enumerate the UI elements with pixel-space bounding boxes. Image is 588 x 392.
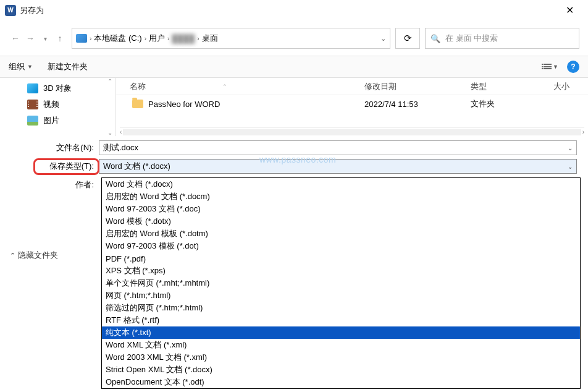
chevron-right-icon: ›	[90, 35, 91, 42]
filetype-option[interactable]: 筛选过的网页 (*.htm;*.html)	[102, 302, 580, 314]
chevron-right-icon: ›	[145, 35, 146, 42]
file-list-header: 名称⌃ 修改日期 类型 大小	[116, 78, 588, 95]
sidebar-item-3d[interactable]: 3D 对象	[0, 80, 116, 96]
forward-button[interactable]: →	[23, 32, 37, 45]
filetype-option[interactable]: 启用宏的 Word 模板 (*.dotm)	[102, 228, 580, 240]
file-name: PassNeo for WORD	[148, 100, 364, 109]
close-button[interactable]: ✕	[556, 2, 583, 19]
filetype-label: 保存类型(T):	[11, 161, 94, 172]
filetype-option[interactable]: Strict Open XML 文档 (*.docx)	[102, 364, 580, 376]
word-icon: W	[5, 5, 16, 16]
chevron-right-icon: ›	[197, 35, 199, 42]
filetype-option[interactable]: RTF 格式 (*.rtf)	[102, 314, 580, 326]
pc-icon	[76, 34, 87, 43]
filetype-option[interactable]: PDF (*.pdf)	[102, 252, 580, 265]
filetype-value: Word 文档 (*.docx)	[103, 161, 170, 172]
filetype-option[interactable]: Word 97-2003 模板 (*.dot)	[102, 240, 580, 252]
chevron-right-icon: ›	[167, 35, 169, 42]
filetype-option[interactable]: Word 2003 XML 文档 (*.xml)	[102, 351, 580, 364]
sidebar-item-pictures[interactable]: 图片	[0, 113, 116, 129]
file-list: 名称⌃ 修改日期 类型 大小 PassNeo for WORD 2022/7/4…	[116, 78, 588, 136]
sidebar-scrollbar[interactable]: ⌃⌄	[106, 78, 114, 136]
chevron-down-icon: ▼	[553, 64, 558, 70]
crumb-drive[interactable]: 本地磁盘 (C:)	[94, 33, 141, 44]
folder-icon	[132, 100, 143, 108]
filetype-option[interactable]: Word 97-2003 文档 (*.doc)	[102, 203, 580, 215]
view-button[interactable]: ▼	[542, 64, 558, 70]
titlebar: W 另存为 ✕	[0, 0, 588, 21]
filetype-dropdown[interactable]: Word 文档 (*.docx)启用宏的 Word 文档 (*.docm)Wor…	[101, 177, 581, 389]
sort-indicator: ⌃	[222, 83, 227, 90]
breadcrumb-dropdown[interactable]: ⌄	[380, 35, 386, 43]
filetype-option[interactable]: Word XML 文档 (*.xml)	[102, 339, 580, 351]
filetype-option[interactable]: XPS 文档 (*.xps)	[102, 265, 580, 277]
column-size[interactable]: 大小	[553, 81, 588, 92]
filetype-option[interactable]: 纯文本 (*.txt)	[102, 326, 580, 339]
crumb-users[interactable]: 用户	[149, 33, 165, 44]
help-button[interactable]: ?	[567, 61, 579, 73]
toolbar: 组织 ▼ 新建文件夹 ▼ ?	[0, 56, 588, 78]
file-type: 文件夹	[471, 98, 553, 109]
search-icon: 🔍	[430, 34, 440, 43]
chevron-down-icon: ▼	[27, 64, 33, 70]
author-label: 作者:	[11, 179, 94, 190]
navbar: ← → ▾ ↑ › 本地磁盘 (C:) › 用户 › ████ › 桌面 ⌄ ⟳…	[9, 26, 579, 51]
filetype-option[interactable]: OpenDocument 文本 (*.odt)	[102, 376, 580, 388]
search-input[interactable]: 🔍 在 桌面 中搜索	[425, 28, 579, 49]
column-type[interactable]: 类型	[471, 81, 553, 92]
content-area: 3D 对象 视频 图片 ⌃⌄ 名称⌃ 修改日期 类型 大小 PassNeo fo…	[0, 78, 588, 136]
hide-folders-label: 隐藏文件夹	[18, 250, 58, 261]
sidebar-item-label: 视频	[43, 99, 59, 110]
organize-button[interactable]: 组织 ▼	[9, 61, 33, 72]
hide-folders-toggle[interactable]: ⌃ 隐藏文件夹	[10, 250, 58, 261]
chevron-down-icon: ⌃	[10, 252, 15, 260]
filetype-option[interactable]: Word 模板 (*.dotx)	[102, 215, 580, 228]
breadcrumb[interactable]: › 本地磁盘 (C:) › 用户 › ████ › 桌面 ⌄	[72, 28, 390, 49]
file-date: 2022/7/4 11:53	[364, 100, 471, 109]
chevron-down-icon[interactable]: ⌄	[568, 145, 573, 151]
back-button[interactable]: ←	[9, 32, 22, 45]
search-placeholder: 在 桌面 中搜索	[445, 33, 498, 44]
recent-dropdown[interactable]: ▾	[38, 32, 52, 45]
horizontal-scrollbar[interactable]: ‹›	[120, 127, 584, 136]
filetype-option[interactable]: 启用宏的 Word 文档 (*.docm)	[102, 190, 580, 203]
video-icon	[27, 100, 38, 109]
column-date[interactable]: 修改日期	[364, 81, 471, 92]
filetype-option[interactable]: Word 文档 (*.docx)	[102, 178, 580, 190]
column-name[interactable]: 名称⌃	[116, 81, 364, 92]
filetype-option[interactable]: 单个文件网页 (*.mht;*.mhtml)	[102, 277, 580, 289]
refresh-button[interactable]: ⟳	[395, 28, 420, 49]
crumb-desktop[interactable]: 桌面	[202, 33, 218, 44]
filetype-combo[interactable]: Word 文档 (*.docx) ⌄	[99, 159, 577, 174]
sidebar-item-label: 图片	[43, 115, 59, 126]
filename-input[interactable]: 测试.docx ⌄	[99, 140, 577, 155]
organize-label: 组织	[9, 61, 25, 72]
new-folder-button[interactable]: 新建文件夹	[48, 61, 88, 72]
sidebar: 3D 对象 视频 图片 ⌃⌄	[0, 78, 116, 136]
nav-arrows: ← → ▾ ↑	[9, 32, 67, 45]
filename-value: 测试.docx	[103, 142, 138, 153]
picture-icon	[27, 116, 38, 126]
window-title: 另存为	[20, 5, 556, 16]
crumb-hidden[interactable]: ████	[172, 34, 195, 43]
3d-icon	[27, 83, 38, 93]
chevron-down-icon[interactable]: ⌄	[568, 163, 573, 170]
sidebar-item-label: 3D 对象	[43, 83, 72, 94]
up-button[interactable]: ↑	[53, 32, 67, 45]
filename-label: 文件名(N):	[11, 142, 94, 153]
table-row[interactable]: PassNeo for WORD 2022/7/4 11:53 文件夹	[116, 95, 588, 113]
filetype-option[interactable]: 网页 (*.htm;*.html)	[102, 289, 580, 302]
sidebar-item-video[interactable]: 视频	[0, 96, 116, 113]
